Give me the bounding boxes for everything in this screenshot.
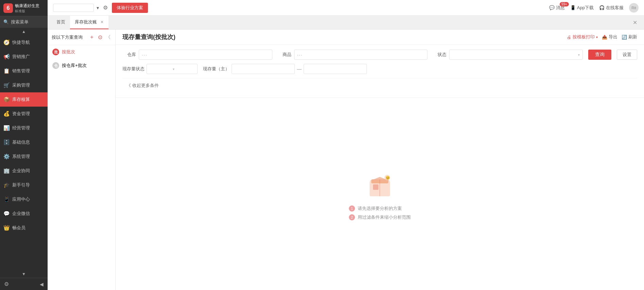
- product-input[interactable]: ···: [294, 50, 428, 60]
- online-service-label: 在线客服: [606, 5, 624, 11]
- sidebar-item-sales[interactable]: 📋 销售管理: [0, 64, 48, 78]
- refresh-button[interactable]: 🔄 刷新: [622, 34, 637, 40]
- refresh-icon: 🔄: [622, 35, 627, 40]
- inventory-icon: 📦: [3, 96, 10, 103]
- app-download-label: App下载: [577, 5, 594, 11]
- print-dropdown-icon[interactable]: ▾: [596, 35, 598, 39]
- header-left: ▾ ⚙ 体验行业方案: [53, 3, 546, 13]
- sidebar-item-corp[interactable]: 🏢 企业协同: [0, 164, 48, 178]
- basic-icon: 🗄️: [3, 139, 10, 145]
- sidebar-scroll-down[interactable]: ▼: [0, 270, 48, 278]
- collapse-button[interactable]: 《 收起更多条件: [122, 80, 637, 91]
- print-template-button[interactable]: 🖨 按模板打印 ▾: [567, 34, 598, 40]
- trial-button[interactable]: 体验行业方案: [112, 3, 148, 13]
- search-area: 仓库 ··· 商品 ··· 状态: [116, 45, 644, 98]
- status-dropdown-arrow: ▾: [578, 53, 580, 57]
- status-field: 状态 ▾: [433, 50, 583, 60]
- header-dropdown-button[interactable]: ▾: [97, 5, 99, 11]
- warehouse-input[interactable]: ···: [139, 50, 272, 60]
- stock-status-label: 现存量状态: [122, 66, 145, 72]
- header-search-input[interactable]: [53, 4, 94, 12]
- filter-settings-button[interactable]: ⊙: [97, 33, 103, 41]
- messages-count: 99+: [560, 2, 569, 6]
- refresh-label: 刷新: [628, 34, 637, 40]
- sidebar-item-member[interactable]: 👑 畅会员: [0, 221, 48, 235]
- phone-icon: 📱: [570, 5, 576, 10]
- tip-text-1: 请先选择要分析的方案: [358, 205, 402, 212]
- messages-badge[interactable]: 💬 消息 99+: [549, 5, 565, 11]
- filter-item-by-warehouse-batch[interactable]: 仓 按仓库+批次: [48, 59, 115, 72]
- empty-content: 😊 1 请先选择要分析的方案 2 用过滤条件来缩小分析范围: [349, 167, 411, 220]
- warehouse-placeholder: ···: [142, 52, 148, 57]
- sales-icon: 📋: [3, 68, 10, 74]
- app-version: 标准版: [15, 9, 39, 13]
- user-avatar: Rit: [629, 3, 639, 13]
- sidebar-item-shortcut[interactable]: 🧭 快捷导航: [0, 35, 48, 50]
- warehouse-label: 仓库: [122, 52, 136, 58]
- online-service-badge[interactable]: 🎧 在线客服: [599, 5, 624, 11]
- filter-item-by-batch[interactable]: 批 按批次: [48, 45, 115, 59]
- sidebar-item-label: 企业协同: [12, 168, 30, 174]
- status-input[interactable]: ▾: [449, 50, 583, 60]
- shortcut-icon: 🧭: [3, 39, 10, 46]
- sidebar-item-wechat[interactable]: 💬 企业微信: [0, 206, 48, 221]
- query-button[interactable]: 查询: [588, 50, 611, 60]
- sidebar-item-operation[interactable]: 📊 经营管理: [0, 121, 48, 135]
- tip-num-1: 1: [349, 205, 355, 212]
- sidebar-search-label: 搜索菜单: [11, 19, 29, 25]
- export-label: 导出: [609, 34, 617, 40]
- collapse-sidebar-icon[interactable]: ◀: [40, 282, 44, 287]
- sidebar-logo: 6 畅康通好生意 标准版: [0, 0, 48, 16]
- sidebar-item-label: 库存核算: [12, 96, 30, 103]
- product-field: 商品 ···: [278, 50, 428, 60]
- app-icon: 📱: [3, 196, 10, 202]
- app-name: 畅康通好生意: [15, 3, 39, 9]
- filter-add-button[interactable]: ＋: [88, 33, 95, 41]
- search-row-1: 仓库 ··· 商品 ··· 状态: [122, 50, 637, 60]
- sidebar-item-label: 新手引导: [12, 182, 30, 188]
- sidebar-scroll-up[interactable]: ▲: [0, 28, 48, 35]
- filter-collapse-button[interactable]: 《: [105, 34, 111, 41]
- user-avatar-badge[interactable]: Rit: [629, 3, 639, 13]
- sidebar-item-label: 企业微信: [12, 211, 30, 217]
- settings-button[interactable]: 设置: [617, 50, 637, 60]
- sidebar-item-finance[interactable]: 💰 资金管理: [0, 107, 48, 121]
- message-icon: 💬: [549, 5, 555, 10]
- sidebar: 6 畅康通好生意 标准版 🔍 搜索菜单 ▲ 🧭 快捷导航 📢 营销推广 📋 销售…: [0, 0, 48, 290]
- warehouse-batch-icon: 仓: [52, 62, 59, 69]
- filter-panel: 按以下方案查询 ＋ ⊙ 《 批 按批次 仓 按仓库+批次: [48, 30, 116, 290]
- export-button[interactable]: 📤 导出: [602, 34, 617, 40]
- tab-inventory-batch[interactable]: 库存批次账 ✕: [70, 16, 108, 29]
- sidebar-item-app[interactable]: 📱 应用中心: [0, 192, 48, 206]
- stock-quantity-max-input[interactable]: [304, 64, 367, 74]
- tab-close-button[interactable]: ✕: [100, 20, 104, 24]
- sidebar-item-marketing[interactable]: 📢 营销推广: [0, 50, 48, 64]
- stock-status-select[interactable]: ▾: [147, 64, 198, 74]
- page-title: 现存量查询(按批次): [122, 33, 175, 41]
- settings-footer-icon[interactable]: ⚙: [4, 281, 9, 287]
- header-settings-button[interactable]: ⚙: [102, 3, 109, 12]
- tip-text-2: 用过滤条件来缩小分析范围: [358, 214, 411, 220]
- empty-illustration: 😊: [363, 167, 397, 201]
- sidebar-item-newbie[interactable]: 🎓 新手引导: [0, 178, 48, 192]
- svg-rect-4: [373, 184, 378, 190]
- app-download-badge[interactable]: 📱 App下载: [570, 5, 594, 11]
- tab-home[interactable]: 首页: [52, 16, 70, 29]
- warehouse-field: 仓库 ···: [122, 50, 272, 60]
- filter-panel-header: 按以下方案查询 ＋ ⊙ 《: [48, 30, 115, 45]
- sidebar-search[interactable]: 🔍 搜索菜单: [0, 16, 48, 28]
- sidebar-item-inventory[interactable]: 📦 库存核算: [0, 92, 48, 107]
- empty-state: 😊 1 请先选择要分析的方案 2 用过滤条件来缩小分析范围: [116, 98, 644, 290]
- sidebar-item-basic[interactable]: 🗄️ 基础信息: [0, 135, 48, 149]
- close-panel-button[interactable]: ✕: [630, 19, 640, 26]
- stock-status-arrow: ▾: [173, 67, 194, 71]
- operation-icon: 📊: [3, 125, 10, 131]
- batch-icon: 批: [52, 49, 59, 55]
- stock-quantity-label: 现存量（主）: [203, 66, 230, 72]
- sidebar-item-system[interactable]: ⚙️ 系统管理: [0, 149, 48, 164]
- top-header: ▾ ⚙ 体验行业方案 💬 消息 99+ 📱 App下载 🎧 在线客服 Rit: [48, 0, 644, 16]
- status-label: 状态: [433, 52, 446, 58]
- stock-quantity-min-input[interactable]: [232, 64, 295, 74]
- member-icon: 👑: [3, 225, 10, 231]
- sidebar-item-purchase[interactable]: 🛒 采购管理: [0, 78, 48, 92]
